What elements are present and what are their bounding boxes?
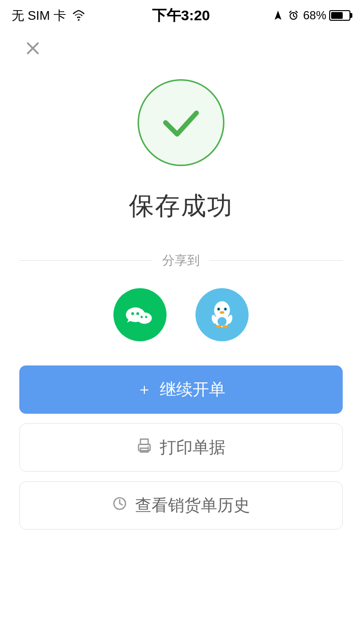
qq-button[interactable] [195, 288, 249, 341]
success-title: 保存成功 [129, 189, 233, 223]
continue-button[interactable]: ＋ 继续开单 [19, 365, 343, 414]
battery-text: 68% [303, 9, 326, 22]
share-divider: 分享到 [19, 252, 343, 269]
svg-point-5 [137, 312, 152, 323]
status-left: 无 SIM 卡 [12, 7, 85, 24]
print-button[interactable]: 打印单据 [19, 423, 343, 472]
close-button[interactable] [19, 35, 46, 62]
main-content: 保存成功 分享到 [0, 31, 362, 530]
history-icon [112, 496, 127, 515]
svg-point-18 [216, 325, 222, 328]
divider-right [209, 260, 343, 261]
status-right: 68% [272, 9, 350, 22]
svg-point-6 [131, 312, 134, 315]
location-icon [272, 10, 284, 21]
qq-icon [205, 298, 239, 332]
battery-container: 68% [303, 9, 350, 22]
status-bar: 无 SIM 卡 下午3:20 68% [0, 0, 362, 31]
history-button[interactable]: 查看销货单历史 [19, 481, 343, 530]
svg-point-14 [224, 308, 226, 310]
svg-point-19 [223, 325, 228, 328]
share-icons [19, 288, 343, 341]
print-icon [137, 438, 152, 457]
alarm-icon [288, 10, 299, 21]
svg-rect-24 [140, 448, 148, 452]
svg-point-25 [148, 446, 149, 448]
wechat-button[interactable] [113, 288, 167, 341]
print-label: 打印单据 [160, 436, 225, 459]
wifi-icon [72, 9, 85, 22]
battery-icon [329, 10, 350, 21]
battery-fill [331, 12, 343, 19]
svg-point-8 [140, 316, 143, 318]
carrier-text: 无 SIM 卡 [12, 7, 66, 24]
checkmark-icon [158, 99, 204, 146]
svg-point-13 [218, 308, 220, 310]
share-section: 分享到 [0, 252, 362, 341]
svg-point-17 [218, 317, 227, 326]
wechat-icon [123, 298, 157, 332]
success-circle [138, 79, 224, 166]
history-label: 查看销货单历史 [135, 494, 250, 517]
action-buttons: ＋ 继续开单 打印单据 查看销货单历史 [0, 365, 362, 530]
continue-label: 继续开单 [160, 378, 225, 401]
divider-left [19, 260, 153, 261]
plus-icon: ＋ [137, 379, 152, 400]
share-label: 分享到 [162, 252, 200, 269]
svg-rect-22 [140, 439, 148, 445]
status-time: 下午3:20 [152, 6, 210, 26]
svg-point-0 [78, 19, 80, 21]
svg-point-15 [220, 311, 224, 314]
svg-point-7 [136, 312, 139, 315]
svg-point-9 [145, 316, 148, 318]
